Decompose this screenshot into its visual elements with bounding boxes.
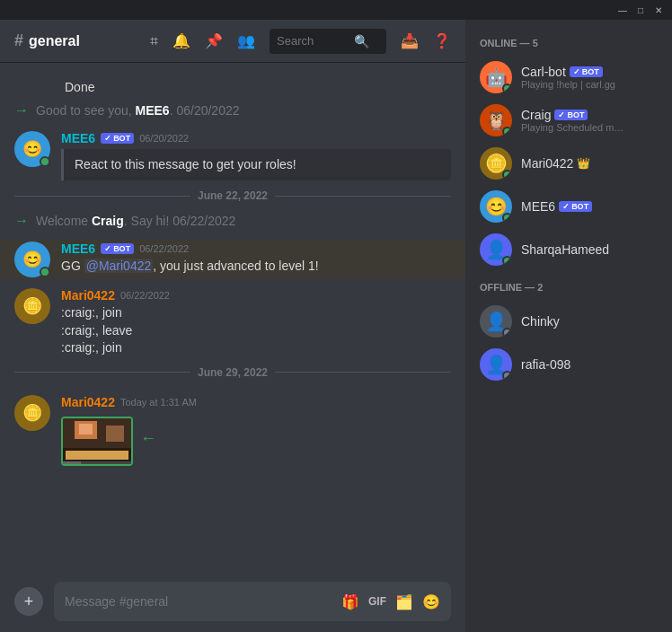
search-box[interactable]: 🔍 bbox=[270, 29, 386, 54]
message-header: MEE6 ✓ BOT 06/22/2022 bbox=[61, 241, 451, 256]
spacer bbox=[473, 271, 665, 278]
message-mee6-level: 😊 MEE6 ✓ BOT 06/22/2022 GG @Mari0422, yo… bbox=[0, 240, 465, 279]
input-bar: + 🎁 GIF 🗂️ 😊 bbox=[0, 571, 465, 632]
channel-header: # general ⌗ 🔔 📌 👥 🔍 📥 ❓ bbox=[0, 20, 465, 63]
divider-line-left bbox=[14, 196, 190, 197]
members-icon[interactable]: 👥 bbox=[237, 32, 255, 49]
member-name-rafia: rafia-098 bbox=[521, 357, 658, 372]
done-text: Done bbox=[65, 79, 94, 97]
search-input[interactable] bbox=[277, 34, 349, 48]
name-text: Craig bbox=[521, 108, 551, 122]
role-block: React to this message to get your roles! bbox=[61, 149, 451, 181]
avatar-emoji: 🪙 bbox=[22, 403, 42, 423]
member-item-mari[interactable]: 🪙 Mari0422 👑 bbox=[473, 142, 665, 185]
message-content: Mari0422 06/22/2022 :craig:, join :craig… bbox=[61, 288, 451, 357]
message-mee6-roles: 😊 MEE6 ✓ BOT 06/20/2022 React to this me… bbox=[0, 129, 465, 183]
crown-icon: 👑 bbox=[577, 157, 590, 170]
gift-icon[interactable]: 🎁 bbox=[341, 593, 359, 610]
avatar-mari: 🪙 bbox=[14, 288, 50, 324]
member-name-mari: Mari0422 👑 bbox=[521, 156, 658, 171]
gif-icon[interactable]: GIF bbox=[368, 595, 386, 608]
add-button[interactable]: + bbox=[14, 587, 43, 616]
avatar-craig: 🦉 bbox=[480, 104, 512, 136]
arrow-icon: → bbox=[14, 213, 29, 229]
hash-icon: # bbox=[14, 31, 23, 50]
divider-line-right bbox=[275, 372, 451, 373]
mari-text-3: :craig:, join bbox=[61, 339, 451, 357]
member-name-carlbot: Carl-bot ✓ BOT bbox=[521, 65, 658, 79]
avatar-mee6-2: 😊 bbox=[14, 241, 50, 277]
message-content: Mari0422 Today at 1:31 AM ← bbox=[61, 395, 451, 466]
inbox-icon[interactable]: 📥 bbox=[401, 32, 419, 49]
chat-area: # general ⌗ 🔔 📌 👥 🔍 📥 ❓ Done bbox=[0, 20, 465, 632]
role-text: React to this message to get your roles! bbox=[75, 157, 296, 171]
arrow-icon: → bbox=[14, 102, 29, 118]
status-dot-chinky bbox=[502, 328, 512, 338]
member-info-carlbot: Carl-bot ✓ BOT Playing !help | carl.gg bbox=[521, 65, 658, 90]
date-divider-june29: June 29, 2022 bbox=[0, 359, 465, 386]
member-info-craig: Craig ✓ BOT Playing Scheduled maintenanc… bbox=[521, 108, 658, 133]
message-mari-craig: 🪙 Mari0422 06/22/2022 :craig:, join :cra… bbox=[0, 286, 465, 359]
member-info-rafia: rafia-098 bbox=[521, 357, 658, 372]
sticker-icon[interactable]: 🗂️ bbox=[395, 593, 413, 610]
bot-badge-carlbot: ✓ BOT bbox=[570, 66, 603, 77]
system-msg-mee6-welcome: → Good to see you, MEE6. 06/20/2022 bbox=[0, 99, 465, 122]
avatar-mari-2: 🪙 bbox=[14, 395, 50, 431]
avatar-mee6: 😊 bbox=[14, 131, 50, 167]
title-bar: — □ ✕ bbox=[0, 0, 672, 20]
header-icons: ⌗ 🔔 📌 👥 🔍 📥 ❓ bbox=[150, 29, 451, 54]
date-divider-june22: June 22, 2022 bbox=[0, 182, 465, 209]
member-item-chinky[interactable]: 👤 Chinky bbox=[473, 300, 665, 343]
member-item-craig[interactable]: 🦉 Craig ✓ BOT Playing Scheduled maintena… bbox=[473, 99, 665, 142]
message-mari-image: 🪙 Mari0422 Today at 1:31 AM ← bbox=[0, 393, 465, 468]
member-item-mee6[interactable]: 😊 MEE6 ✓ BOT bbox=[473, 185, 665, 228]
divider-line-left bbox=[14, 372, 190, 373]
message-content: MEE6 ✓ BOT 06/22/2022 GG @Mari0422, you … bbox=[61, 241, 451, 276]
status-dot-mari bbox=[502, 170, 512, 180]
maximize-button[interactable]: □ bbox=[634, 4, 647, 16]
member-item-carlbot[interactable]: 🤖 Carl-bot ✓ BOT Playing !help | carl.gg bbox=[473, 56, 665, 99]
member-info-mari: Mari0422 👑 bbox=[521, 156, 658, 171]
member-status-carlbot: Playing !help | carl.gg bbox=[521, 79, 629, 90]
bot-badge-mee6: ✓ BOT bbox=[559, 201, 592, 212]
minimize-button[interactable]: — bbox=[616, 4, 629, 16]
avatar-rafia: 👤 bbox=[480, 348, 512, 381]
mari-text-2: :craig:, leave bbox=[61, 322, 451, 340]
input-icons: 🎁 GIF 🗂️ 😊 bbox=[341, 593, 440, 610]
timestamp: 06/22/2022 bbox=[120, 290, 170, 301]
app-body: # general ⌗ 🔔 📌 👥 🔍 📥 ❓ Done bbox=[0, 20, 672, 632]
pin-icon[interactable]: 📌 bbox=[205, 32, 223, 49]
close-button[interactable]: ✕ bbox=[652, 4, 665, 16]
status-dot-rafia bbox=[502, 371, 512, 381]
date-label: June 22, 2022 bbox=[198, 189, 268, 202]
message-done: Done bbox=[0, 77, 465, 99]
bot-badge: ✓ BOT bbox=[101, 243, 134, 254]
member-info-chinky: Chinky bbox=[521, 314, 658, 329]
username-mee6: MEE6 bbox=[61, 241, 95, 256]
bell-icon[interactable]: 🔔 bbox=[172, 32, 190, 49]
message-header: Mari0422 06/22/2022 bbox=[61, 288, 451, 303]
message-input-box[interactable]: 🎁 GIF 🗂️ 😊 bbox=[54, 582, 451, 621]
message-header: Mari0422 Today at 1:31 AM bbox=[61, 395, 451, 409]
level-text: GG @Mari0422, you just advanced to level… bbox=[61, 258, 451, 276]
timestamp: 06/20/2022 bbox=[139, 133, 189, 144]
help-icon[interactable]: ❓ bbox=[433, 32, 451, 49]
date-label: June 29, 2022 bbox=[198, 366, 268, 379]
hashtag-icon[interactable]: ⌗ bbox=[150, 33, 158, 49]
system-text: Welcome Craig. Say hi! 06/22/2022 bbox=[36, 214, 235, 228]
system-msg-craig-welcome: → Welcome Craig. Say hi! 06/22/2022 bbox=[0, 209, 465, 233]
channel-title: general bbox=[29, 33, 80, 49]
timestamp: 06/22/2022 bbox=[139, 243, 189, 254]
image-attachment[interactable] bbox=[61, 417, 133, 466]
member-name-chinky: Chinky bbox=[521, 314, 658, 329]
member-name-sharqa: SharqaHameed bbox=[521, 242, 658, 257]
message-input[interactable] bbox=[65, 594, 332, 609]
name-text: Carl-bot bbox=[521, 65, 566, 79]
name-text: MEE6 bbox=[521, 199, 555, 214]
emoji-icon[interactable]: 😊 bbox=[422, 593, 440, 610]
online-section-title: ONLINE — 5 bbox=[473, 34, 665, 56]
message-header: MEE6 ✓ BOT 06/20/2022 bbox=[61, 131, 451, 145]
member-item-sharqa[interactable]: 👤 SharqaHameed bbox=[473, 228, 665, 271]
channel-name: # general bbox=[14, 31, 80, 50]
member-item-rafia[interactable]: 👤 rafia-098 bbox=[473, 343, 665, 386]
